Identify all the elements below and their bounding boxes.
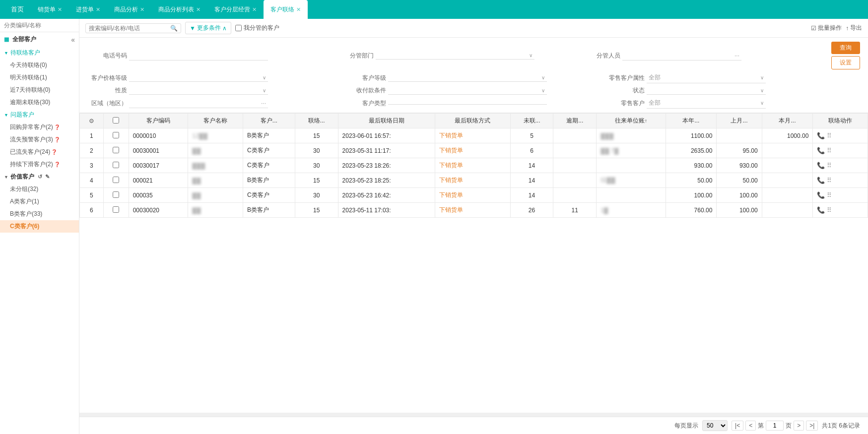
th-gear[interactable]: ⚙ xyxy=(80,114,104,128)
phone-input[interactable] xyxy=(129,51,268,61)
setting-btn[interactable]: 设置 xyxy=(831,56,860,69)
sidebar-item-tomorrow[interactable]: 明天待联络(1) xyxy=(0,71,79,84)
retail-customer-select[interactable]: 全部 ∨ xyxy=(647,98,766,109)
search-submit-icon[interactable]: 🔍 xyxy=(170,25,178,32)
last-page-btn[interactable]: >| xyxy=(806,421,818,431)
nature-select[interactable]: ∨ xyxy=(129,87,268,95)
row-checkbox[interactable] xyxy=(113,147,119,153)
area-select[interactable]: ··· xyxy=(129,99,268,108)
my-customers-checkbox-label[interactable]: 我分管的客户 xyxy=(235,24,279,32)
sidebar-group-value[interactable]: 价值客户 ↺ ✎ xyxy=(0,171,79,183)
sidebar-item-today[interactable]: 今天待联络(0) xyxy=(0,59,79,71)
more-action-icon[interactable]: ⠿ xyxy=(827,191,832,199)
more-action-icon[interactable]: ⠿ xyxy=(827,147,832,154)
customer-level-select[interactable]: ∨ xyxy=(388,74,547,82)
payment-select[interactable]: ∨ xyxy=(388,87,547,95)
more-action-icon[interactable]: ⠿ xyxy=(827,177,832,184)
row-last-method-link[interactable]: 下销货单 xyxy=(439,132,463,139)
dept-select[interactable]: ∨ xyxy=(376,52,534,60)
value-level-select[interactable]: ∨ xyxy=(129,74,268,82)
sidebar-group-problem[interactable]: 问题客户 xyxy=(0,109,79,121)
row-last-date: 2023-05-23 18:25: xyxy=(338,173,435,188)
phone-action-icon[interactable]: 📞 xyxy=(817,177,825,184)
row-checkbox[interactable] xyxy=(113,206,119,213)
row-checkbox[interactable] xyxy=(113,132,119,138)
nav-product-analysis[interactable]: 商品分析 ✕ xyxy=(107,0,151,19)
phone-action-icon[interactable]: 📞 xyxy=(817,147,825,154)
row-last-method-link[interactable]: 下销货单 xyxy=(439,191,463,198)
sidebar-all-header[interactable]: ▦ 全部客户 « xyxy=(0,32,79,47)
prev-page-btn[interactable]: < xyxy=(745,421,756,431)
nav-customer-contact-close[interactable]: ✕ xyxy=(296,6,301,13)
phone-action-icon[interactable]: 📞 xyxy=(817,206,825,214)
question-icon-2[interactable]: ❓ xyxy=(54,137,60,142)
manager-more-icon[interactable]: ··· xyxy=(734,52,739,59)
my-customers-checkbox[interactable] xyxy=(235,25,242,31)
row-last-method-link[interactable]: 下销货单 xyxy=(439,177,463,184)
area-more-icon[interactable]: ··· xyxy=(261,100,266,107)
phone-action-icon[interactable]: 📞 xyxy=(817,162,825,169)
sidebar-item-overdue[interactable]: 逾期未联络(30) xyxy=(0,96,79,109)
gear-icon[interactable]: ⚙ xyxy=(89,118,94,124)
sidebar-item-7days[interactable]: 近7天待联络(0) xyxy=(0,84,79,96)
row-year-amount: 100.00 xyxy=(666,188,717,203)
sidebar-item-declining[interactable]: 持续下滑客户(2) ❓ xyxy=(0,158,79,171)
sidebar-item-class-b[interactable]: B类客户(33) xyxy=(0,208,79,220)
main-layout: 🔍 ▦ 全部客户 « 待联络客户 今天待联络(0) 明天待联络(1) 近7天待联… xyxy=(0,19,868,434)
retail-attr-select[interactable]: 全部 ∨ xyxy=(647,72,766,83)
question-icon-3[interactable]: ❓ xyxy=(51,149,57,155)
select-all-checkbox[interactable] xyxy=(113,117,119,124)
phone-action-icon[interactable]: 📞 xyxy=(817,132,825,139)
first-page-btn[interactable]: |< xyxy=(732,421,743,431)
bulk-ops-btn[interactable]: ☑ 批量操作 xyxy=(811,24,842,32)
edit-icon[interactable]: ✎ xyxy=(45,174,50,180)
page-size-select[interactable]: 50 100 xyxy=(702,420,728,431)
row-checkbox[interactable] xyxy=(113,162,119,168)
manager-select[interactable]: ··· xyxy=(622,51,741,61)
sidebar-item-class-c[interactable]: C类客户(6) xyxy=(0,220,79,233)
nav-customer-contact[interactable]: 客户联络 ✕ xyxy=(264,0,308,19)
row-last-method-link[interactable]: 下销货单 xyxy=(439,147,463,154)
row-checkbox[interactable] xyxy=(113,191,119,198)
nav-product-list-close[interactable]: ✕ xyxy=(196,6,200,13)
sidebar-group-pending[interactable]: 待联络客户 xyxy=(0,47,79,59)
more-action-icon[interactable]: ⠿ xyxy=(827,206,832,214)
question-icon-1[interactable]: ❓ xyxy=(54,124,60,130)
search-input[interactable] xyxy=(89,25,168,32)
nav-customer-tier[interactable]: 客户分层经营 ✕ xyxy=(207,0,264,19)
customer-type-select[interactable] xyxy=(388,102,547,105)
sidebar-item-class-a[interactable]: A类客户(1) xyxy=(0,195,79,208)
row-last-month: 95.00 xyxy=(717,143,762,158)
sidebar-item-churn-warning[interactable]: 流失预警客户(3) ❓ xyxy=(0,133,79,146)
nav-purchase-close[interactable]: ✕ xyxy=(96,6,100,13)
sidebar-item-ungrouped[interactable]: 未分组(32) xyxy=(0,183,79,195)
nav-home[interactable]: 首页 xyxy=(4,0,31,19)
page-input[interactable] xyxy=(766,421,784,431)
refresh-icon[interactable]: ↺ xyxy=(38,174,42,180)
sidebar-item-churned[interactable]: 已流失客户(24) ❓ xyxy=(0,146,79,158)
sidebar-item-repurchase-abnormal[interactable]: 回购异常客户(2) ❓ xyxy=(0,121,79,133)
nav-sales-close[interactable]: ✕ xyxy=(58,6,62,13)
row-this-month xyxy=(762,173,813,188)
more-action-icon[interactable]: ⠿ xyxy=(827,132,832,139)
sidebar-search-input[interactable] xyxy=(4,22,78,29)
row-overdue xyxy=(553,173,597,188)
query-btn[interactable]: 查询 xyxy=(831,42,860,54)
row-last-method-link[interactable]: 下销货单 xyxy=(439,162,463,169)
next-page-btn[interactable]: > xyxy=(794,421,804,431)
nav-sales[interactable]: 销货单 ✕ xyxy=(31,0,69,19)
row-last-method-link[interactable]: 下销货单 xyxy=(439,206,463,213)
nav-purchase[interactable]: 进货单 ✕ xyxy=(69,0,107,19)
export-btn[interactable]: ↑ 导出 xyxy=(846,24,862,32)
more-conditions-btn[interactable]: ▼ 更多条件 ∧ xyxy=(185,22,231,34)
nav-product-analysis-close[interactable]: ✕ xyxy=(140,6,144,13)
row-checkbox[interactable] xyxy=(113,177,119,183)
status-select[interactable]: ∨ xyxy=(647,87,766,95)
collapse-icon[interactable]: « xyxy=(71,36,75,44)
nav-product-list[interactable]: 商品分析列表 ✕ xyxy=(151,0,207,19)
phone-action-icon[interactable]: 📞 xyxy=(817,191,825,199)
nav-customer-tier-close[interactable]: ✕ xyxy=(252,6,257,13)
question-icon-4[interactable]: ❓ xyxy=(54,162,60,167)
horizontal-scrollbar[interactable] xyxy=(79,413,868,417)
more-action-icon[interactable]: ⠿ xyxy=(827,162,832,169)
